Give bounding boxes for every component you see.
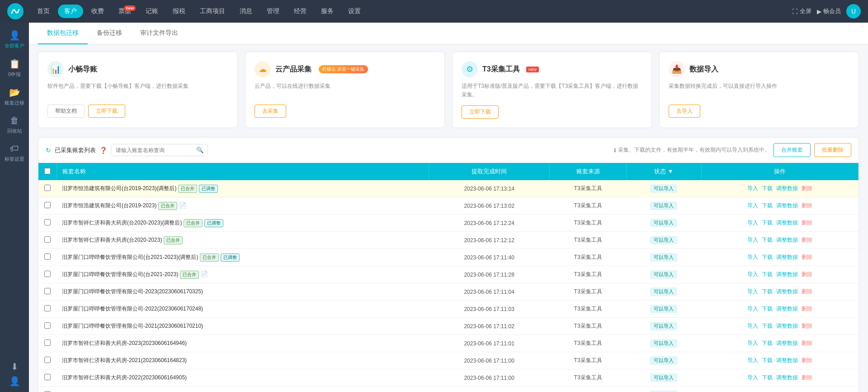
row-checkbox[interactable] xyxy=(44,236,51,243)
row-checkbox[interactable] xyxy=(44,185,51,191)
action-导入-link[interactable]: 导入 xyxy=(745,357,760,363)
nav-service[interactable]: 服务 xyxy=(315,5,340,18)
action-delete-link[interactable]: 删除 xyxy=(800,271,814,277)
action-导入-link[interactable]: 导入 xyxy=(745,202,760,209)
action-调整数据-link[interactable]: 调整数据 xyxy=(774,374,800,381)
member-btn[interactable]: ▶ 畅会员 xyxy=(817,7,841,15)
search-button[interactable]: 🔍 xyxy=(193,144,208,156)
row-checkbox[interactable] xyxy=(44,219,51,225)
row-checkbox[interactable] xyxy=(44,271,51,277)
action-delete-link[interactable]: 删除 xyxy=(800,254,814,260)
tab-backup-migration[interactable]: 备份迁移 xyxy=(88,23,131,44)
nav-fee[interactable]: 收费 xyxy=(85,5,110,18)
t3-download-btn[interactable]: 立即下载 xyxy=(462,105,499,119)
action-调整数据-link[interactable]: 调整数据 xyxy=(774,306,800,312)
action-delete-link[interactable]: 删除 xyxy=(800,220,814,226)
col-status[interactable]: 状态 ▼ xyxy=(626,163,701,180)
app-logo[interactable] xyxy=(7,3,24,19)
cloud-collect-btn[interactable]: 去采集 xyxy=(255,105,286,118)
action-delete-link[interactable]: 删除 xyxy=(800,288,814,295)
action-下载-link[interactable]: 下载 xyxy=(760,288,774,295)
select-all-checkbox[interactable] xyxy=(44,168,51,174)
action-调整数据-link[interactable]: 调整数据 xyxy=(774,271,800,277)
action-调整数据-link[interactable]: 调整数据 xyxy=(774,254,800,260)
action-调整数据-link[interactable]: 调整数据 xyxy=(774,202,800,209)
tab-data-migration[interactable]: 数据包迁移 xyxy=(38,23,88,44)
action-下载-link[interactable]: 下载 xyxy=(760,306,774,312)
nav-message[interactable]: 消息 xyxy=(233,5,259,18)
action-下载-link[interactable]: 下载 xyxy=(760,271,774,277)
row-checkbox[interactable] xyxy=(44,374,51,380)
action-调整数据-link[interactable]: 调整数据 xyxy=(774,288,800,295)
refresh-icon[interactable]: ↻ xyxy=(46,147,51,154)
action-下载-link[interactable]: 下载 xyxy=(760,323,774,329)
action-导入-link[interactable]: 导入 xyxy=(745,220,760,226)
action-delete-link[interactable]: 删除 xyxy=(800,185,814,191)
nav-business[interactable]: 工商项目 xyxy=(193,5,231,18)
action-导入-link[interactable]: 导入 xyxy=(745,254,760,260)
action-delete-link[interactable]: 删除 xyxy=(800,340,814,346)
nav-tax[interactable]: 报税 xyxy=(166,5,192,18)
action-调整数据-link[interactable]: 调整数据 xyxy=(774,220,800,226)
action-下载-link[interactable]: 下载 xyxy=(760,340,774,346)
action-delete-link[interactable]: 删除 xyxy=(800,323,814,329)
search-input[interactable] xyxy=(111,145,193,156)
action-delete-link[interactable]: 删除 xyxy=(800,374,814,381)
action-导入-link[interactable]: 导入 xyxy=(745,237,760,243)
action-delete-link[interactable]: 删除 xyxy=(800,202,814,209)
sidebar-item-all-clients[interactable]: 👤 全部客户 xyxy=(2,26,27,53)
action-导入-link[interactable]: 导入 xyxy=(745,340,760,346)
fullscreen-btn[interactable]: ⛶ 全屏 xyxy=(792,7,811,15)
action-下载-link[interactable]: 下载 xyxy=(760,254,774,260)
row-checkbox[interactable] xyxy=(44,288,51,294)
row-checkbox[interactable] xyxy=(44,322,51,329)
action-下载-link[interactable]: 下载 xyxy=(760,220,774,226)
sidebar-item-tag-settings[interactable]: 🏷 标签设置 xyxy=(2,140,27,166)
tab-audit-export[interactable]: 审计文件导出 xyxy=(131,23,187,44)
action-导入-link[interactable]: 导入 xyxy=(745,185,760,191)
sidebar-item-account-migrate[interactable]: 📂 账套迁移 xyxy=(2,83,27,110)
action-delete-link[interactable]: 删除 xyxy=(800,306,814,312)
action-下载-link[interactable]: 下载 xyxy=(760,374,774,381)
action-导入-link[interactable]: 导入 xyxy=(745,288,760,295)
action-调整数据-link[interactable]: 调整数据 xyxy=(774,185,800,191)
row-checkbox[interactable] xyxy=(44,202,51,208)
action-调整数据-link[interactable]: 调整数据 xyxy=(774,340,800,346)
action-导入-link[interactable]: 导入 xyxy=(745,374,760,381)
action-delete-link[interactable]: 删除 xyxy=(800,357,814,363)
sidebar-item-recycle[interactable]: 🗑 回收站 xyxy=(2,112,27,138)
xiaochang-download-btn[interactable]: 立即下载 xyxy=(88,105,125,118)
nav-client[interactable]: 客户 xyxy=(58,5,83,18)
action-下载-link[interactable]: 下载 xyxy=(760,357,774,363)
user-avatar[interactable]: U xyxy=(846,4,861,19)
action-下载-link[interactable]: 下载 xyxy=(760,237,774,243)
nav-operation[interactable]: 经营 xyxy=(288,5,313,18)
action-导入-link[interactable]: 导入 xyxy=(745,271,760,277)
action-delete-link[interactable]: 删除 xyxy=(800,237,814,243)
import-go-btn[interactable]: 去导入 xyxy=(669,105,700,118)
nav-home[interactable]: 首页 xyxy=(31,5,56,18)
nav-manage[interactable]: 管理 xyxy=(260,5,286,18)
action-导入-link[interactable]: 导入 xyxy=(745,323,760,329)
batch-delete-btn[interactable]: 批量删除 xyxy=(814,143,851,157)
zero-report-icon: 📋 xyxy=(9,58,20,69)
action-调整数据-link[interactable]: 调整数据 xyxy=(774,357,800,363)
action-导入-link[interactable]: 导入 xyxy=(745,306,760,312)
action-调整数据-link[interactable]: 调整数据 xyxy=(774,237,800,243)
row-checkbox[interactable] xyxy=(44,253,51,260)
nav-invoice[interactable]: 票据 new xyxy=(112,5,137,18)
download-icon[interactable]: ⬇ xyxy=(11,361,19,372)
row-checkbox[interactable] xyxy=(44,305,51,311)
xiaochang-help-btn[interactable]: 帮助文档 xyxy=(47,105,85,118)
sidebar-item-zero-report[interactable]: 📋 0申报 xyxy=(2,55,27,81)
help-icon[interactable]: ❓ xyxy=(99,147,107,154)
action-下载-link[interactable]: 下载 xyxy=(760,185,774,191)
row-checkbox[interactable] xyxy=(44,357,51,363)
action-调整数据-link[interactable]: 调整数据 xyxy=(774,323,800,329)
row-checkbox[interactable] xyxy=(44,339,51,346)
user-circle-icon[interactable]: 👤 xyxy=(9,376,20,387)
merge-accounts-btn[interactable]: 合并账套 xyxy=(774,143,811,157)
action-下载-link[interactable]: 下载 xyxy=(760,202,774,209)
nav-bookkeep[interactable]: 记账 xyxy=(139,5,165,18)
nav-settings[interactable]: 设置 xyxy=(342,5,367,18)
